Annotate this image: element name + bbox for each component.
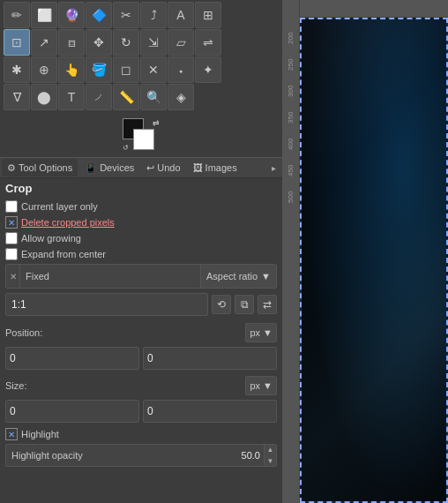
delete-cropped-label: Delete cropped pixels (21, 217, 115, 228)
aspect-dropdown-arrow: ▼ (261, 271, 271, 282)
tab-undo[interactable]: ↩ Undo (141, 159, 185, 176)
color-area: ⇄ ↺ (4, 111, 279, 155)
ruler-mark-500: 500 (287, 176, 295, 203)
canvas-image[interactable] (300, 18, 448, 503)
size-label: Size: (5, 380, 245, 391)
tool-btn-eraser[interactable]: ◻ (113, 56, 139, 83)
expand-center-row: Expand from center (5, 248, 277, 260)
tool-btn-text[interactable]: A (168, 2, 194, 28)
allow-growing-row: Allow growing (5, 232, 277, 244)
undo-icon: ↩ (146, 162, 154, 174)
tab-undo-label: Undo (157, 162, 180, 173)
highlight-label: Highlight (21, 429, 59, 439)
tool-btn-color1[interactable]: ◈ (168, 84, 194, 110)
fixed-label[interactable]: Fixed (20, 265, 200, 288)
ruler-left: 200 250 300 350 400 450 500 (282, 0, 300, 503)
tool-btn-transform[interactable]: ↗ (31, 29, 57, 56)
size-w-input[interactable]: 0 (6, 401, 139, 422)
right-panel: 200 250 300 350 400 450 500 (282, 0, 448, 503)
tool-btn-measure[interactable]: 📏 (113, 84, 139, 110)
swap-colors-icon[interactable]: ⇄ (153, 118, 160, 127)
tool-btn-crop[interactable]: ⊡ (4, 29, 30, 56)
tool-btn-text4[interactable]: T (58, 84, 85, 110)
ruler-mark-200: 200 (287, 18, 295, 44)
tool-btn-checker[interactable]: ⧈ (58, 29, 85, 56)
tool-btn-fuzzy[interactable]: 🔮 (58, 2, 85, 28)
tool-btn-pencil[interactable]: ✏ (4, 2, 30, 28)
allow-growing-label: Allow growing (21, 233, 81, 244)
size-unit-arrow: ▼ (263, 380, 273, 391)
ruler-top (282, 0, 448, 18)
tab-devices[interactable]: 📱 Devices (79, 159, 139, 176)
tool-btn-scissors[interactable]: ✂ (113, 2, 139, 28)
expand-center-label: Expand from center (21, 249, 106, 259)
tool-row-4: ∇ ⬤ T ⟋ 📏 🔍 ◈ (4, 84, 279, 110)
tool-btn-path[interactable]: ⤴ (140, 2, 167, 28)
tool-btn-zoom[interactable]: 🔍 (140, 84, 167, 110)
tool-btn-alignment[interactable]: ⊞ (195, 2, 221, 28)
tool-btn-path2[interactable]: ⟋ (86, 84, 112, 110)
position-unit-dropdown[interactable]: px ▼ (245, 323, 277, 342)
ratio-flip-btn[interactable]: ⇄ (258, 295, 277, 314)
current-layer-checkbox[interactable] (5, 200, 18, 213)
position-unit-arrow: ▼ (263, 327, 273, 338)
fixed-checkbox[interactable]: ✕ (6, 265, 20, 288)
tool-btn-fill[interactable]: ⬤ (31, 84, 57, 110)
ruler-mark-400: 400 (287, 124, 295, 150)
tool-btn-clone[interactable]: ⊕ (31, 56, 57, 83)
current-layer-row: Current layer only (5, 200, 277, 213)
position-y-input[interactable]: 0 (144, 348, 277, 369)
delete-cropped-checkbox[interactable]: ✕ (5, 216, 18, 229)
tool-btn-paintbucket[interactable]: 🪣 (86, 56, 112, 83)
tool-btn-extra[interactable]: ✦ (195, 56, 221, 83)
position-unit-label: px (250, 327, 260, 338)
tool-btn-move[interactable]: ✥ (86, 29, 112, 56)
tool-btn-scale[interactable]: ⇲ (140, 29, 167, 56)
expand-center-checkbox[interactable] (5, 248, 18, 260)
ruler-mark-250: 250 (287, 44, 295, 71)
delete-cropped-row: ✕ Delete cropped pixels (5, 216, 277, 229)
fixed-row: ✕ Fixed Aspect ratio ▼ (5, 264, 277, 289)
ruler-mark-450: 450 (287, 150, 295, 176)
tab-tool-options-label: Tool Options (19, 162, 72, 173)
aspect-ratio-dropdown[interactable]: Aspect ratio ▼ (200, 265, 276, 288)
tool-btn-rotate[interactable]: ↻ (113, 29, 139, 56)
tab-images[interactable]: 🖼 Images (188, 159, 243, 176)
opacity-up[interactable]: ▲ (265, 444, 276, 455)
tool-btn-free-select[interactable]: 🔷 (86, 2, 112, 28)
ratio-copy-btn[interactable]: ⧉ (235, 295, 254, 314)
devices-icon: 📱 (85, 162, 97, 174)
tool-row-3: ✱ ⊕ 👆 🪣 ◻ ✕ ⬩ ✦ (4, 56, 279, 83)
position-x-input[interactable]: 0 (6, 348, 139, 369)
opacity-down[interactable]: ▼ (265, 455, 276, 467)
tool-btn-gradient[interactable]: ∇ (4, 84, 30, 110)
ratio-swap-btn[interactable]: ⟲ (212, 295, 231, 314)
left-panel: ✏ ⬜ 🔮 🔷 ✂ ⤴ A ⊞ ⊡ ↗ ⧈ ✥ ↻ ⇲ ▱ ⇌ ✱ ⊕ 👆 🪣 … (0, 0, 282, 503)
toolbox: ✏ ⬜ 🔮 🔷 ✂ ⤴ A ⊞ ⊡ ↗ ⧈ ✥ ↻ ⇲ ▱ ⇌ ✱ ⊕ 👆 🪣 … (0, 0, 282, 157)
position-label: Position: (5, 327, 245, 338)
size-unit-dropdown[interactable]: px ▼ (245, 376, 277, 395)
aspect-ratio-label: Aspect ratio (206, 271, 258, 282)
tool-btn-rect-select[interactable]: ⬜ (31, 2, 57, 28)
tool-btn-healing[interactable]: ✱ (4, 56, 30, 83)
ratio-input[interactable]: 1:1 (5, 293, 208, 316)
tool-btn-flip[interactable]: ⇌ (195, 29, 221, 56)
current-layer-label: Current layer only (21, 201, 98, 212)
tool-btn-smudge[interactable]: 👆 (58, 56, 85, 83)
tool-btn-col2[interactable]: ⬩ (168, 56, 194, 83)
position-row: Position: px ▼ (5, 322, 277, 343)
tab-devices-label: Devices (100, 162, 134, 173)
size-input-pair: 0 ▲ ▼ 0 ▲ ▼ (5, 400, 277, 423)
background-color[interactable] (133, 129, 154, 150)
allow-growing-checkbox[interactable] (5, 232, 18, 244)
tab-menu-button[interactable]: ▸ (266, 161, 280, 175)
size-h-input[interactable]: 0 (144, 401, 277, 422)
highlight-section: ✕ Highlight Highlight opacity 50.0 ▲ ▼ (5, 428, 277, 467)
tool-btn-shear[interactable]: ▱ (168, 29, 194, 56)
tab-tool-options[interactable]: ⚙ Tool Options (2, 159, 78, 176)
ruler-mark-350: 350 (287, 97, 295, 124)
tool-btn-dodge[interactable]: ✕ (140, 56, 167, 83)
reset-colors-icon[interactable]: ↺ (123, 144, 129, 152)
highlight-checkbox[interactable]: ✕ (5, 428, 18, 440)
tab-images-label: Images (205, 162, 237, 173)
